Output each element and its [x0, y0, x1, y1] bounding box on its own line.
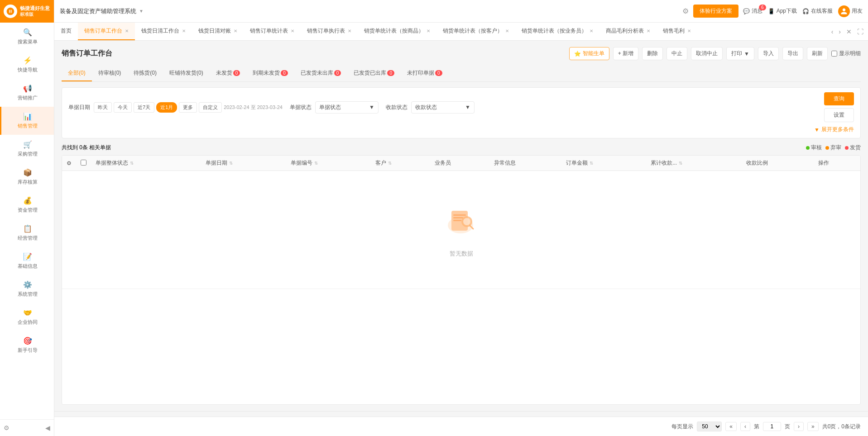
sidebar-item-1[interactable]: ⚡快捷导航 — [0, 51, 54, 79]
tab-maximize-btn[interactable]: ⛶ — [855, 27, 865, 36]
tab-close-8[interactable]: ✕ — [590, 28, 593, 33]
tab-close-9[interactable]: ✕ — [647, 28, 650, 33]
tab-label-5: 销售订单执行表 — [307, 27, 345, 35]
filter-tab-0[interactable]: 全部(0) — [62, 66, 92, 81]
result-action-0[interactable]: 审核 — [806, 144, 822, 152]
tab-8[interactable]: 销货单统计表（按业务员）✕ — [515, 23, 599, 40]
print-btn[interactable]: 打印 ▼ — [726, 47, 754, 60]
tab-close-all-btn[interactable]: ✕ — [844, 27, 854, 36]
first-page-btn[interactable]: « — [725, 422, 737, 431]
per-page-select[interactable]: 102050100 — [697, 422, 722, 431]
sidebar-item-3[interactable]: 📊销售管理 — [0, 107, 54, 135]
nav-label-3: 销售管理 — [18, 123, 38, 129]
tab-close-2[interactable]: ✕ — [182, 28, 186, 33]
sidebar-item-4[interactable]: 🛒采购管理 — [0, 135, 54, 163]
nav-icon-7: 📋 — [23, 224, 32, 233]
date-btn-更多[interactable]: 更多 — [179, 102, 197, 113]
filter-tab-2[interactable]: 待拣货(0) — [127, 66, 163, 81]
tab-close-4[interactable]: ✕ — [291, 28, 294, 33]
sidebar-item-7[interactable]: 📋经营管理 — [0, 219, 54, 247]
filter-tab-8[interactable]: 未打印单据0 — [401, 66, 449, 81]
tab-next-btn[interactable]: › — [837, 27, 843, 36]
message-btn[interactable]: 💬 消息 6 — [743, 7, 762, 15]
date-filter: 单据日期 昨天今天近7天近1月更多自定义2023-02-24 至 2023-03… — [68, 102, 283, 113]
delete-btn[interactable]: 删除 — [642, 47, 663, 60]
app-sub: 标准版 — [20, 11, 50, 18]
result-action-2[interactable]: 发货 — [845, 144, 861, 152]
stop-btn[interactable]: 中止 — [667, 47, 687, 60]
table-settings-col[interactable]: ⚙ — [62, 156, 76, 171]
app-logo: 畅捷通好生意 标准版 — [0, 0, 54, 23]
tab-6[interactable]: 销货单统计表（按商品）✕ — [358, 23, 436, 40]
export-btn[interactable]: 导出 — [782, 47, 803, 60]
filter-tab-5[interactable]: 到期未发货0 — [246, 66, 294, 81]
prev-page-btn[interactable]: ‹ — [740, 422, 750, 431]
expand-btn[interactable]: ▼ 展开更多条件 — [814, 126, 854, 133]
collapse-icon[interactable]: ◀ — [45, 424, 50, 431]
date-btn-自定义[interactable]: 自定义 — [199, 102, 222, 113]
tab-9[interactable]: 商品毛利分析表✕ — [599, 23, 657, 40]
sidebar-item-6[interactable]: 💰资金管理 — [0, 191, 54, 219]
filter-tab-7[interactable]: 已发货已出库0 — [347, 66, 401, 81]
sidebar-item-11[interactable]: 🎯新手引导 — [0, 331, 54, 359]
payment-select[interactable]: 收款状态 ▼ — [411, 101, 475, 114]
tab-close-6[interactable]: ✕ — [427, 28, 430, 33]
date-btn-近1月[interactable]: 近1月 — [156, 102, 177, 113]
filter-tab-3[interactable]: 旺铺待发货(0) — [163, 66, 210, 81]
show-detail-label[interactable]: 显示明细 — [831, 50, 861, 57]
sidebar-item-10[interactable]: 🤝企业协同 — [0, 303, 54, 331]
horizontal-scrollbar[interactable] — [54, 411, 868, 417]
tab-close-3[interactable]: ✕ — [234, 28, 237, 33]
tab-close-7[interactable]: ✕ — [505, 28, 509, 33]
result-action-1[interactable]: 弃审 — [825, 144, 841, 152]
tab-3[interactable]: 钱货日清对账✕ — [192, 23, 244, 40]
last-page-btn[interactable]: » — [807, 422, 819, 431]
next-page-btn[interactable]: › — [794, 422, 804, 431]
cancel-stop-btn[interactable]: 取消中止 — [691, 47, 723, 60]
sidebar-item-5[interactable]: 📦库存核算 — [0, 163, 54, 191]
tab-4[interactable]: 销售订单统计表✕ — [244, 23, 301, 40]
online-service-btn[interactable]: 🎧 在线客服 — [802, 7, 833, 15]
tab-10[interactable]: 销售毛利✕ — [657, 23, 697, 40]
refresh-btn[interactable]: 刷新 — [807, 47, 828, 60]
date-btn-今天[interactable]: 今天 — [114, 102, 132, 113]
tab-0[interactable]: 首页 — [54, 23, 78, 40]
show-detail-checkbox[interactable] — [831, 51, 837, 57]
tab-prev-btn[interactable]: ‹ — [830, 27, 835, 36]
smart-create-btn[interactable]: ⭐ 智能生单 — [569, 47, 609, 60]
status-select[interactable]: 单据状态 ▼ — [315, 101, 379, 114]
tab-close-5[interactable]: ✕ — [348, 28, 351, 33]
page-input[interactable]: 1 — [763, 422, 781, 431]
topbar-settings-icon[interactable]: ⚙ — [682, 7, 689, 15]
select-all-checkbox[interactable] — [81, 160, 86, 166]
date-btn-昨天[interactable]: 昨天 — [94, 102, 112, 113]
filter-tab-1[interactable]: 待审核(0) — [92, 66, 128, 81]
empty-state: 暂无数据 — [67, 175, 856, 285]
date-btn-近7天[interactable]: 近7天 — [134, 102, 154, 113]
tab-close-10[interactable]: ✕ — [687, 28, 691, 33]
user-btn[interactable]: 用友 — [838, 5, 863, 17]
tab-2[interactable]: 钱货日清工作台✕ — [135, 23, 192, 40]
query-btn[interactable]: 查询 — [824, 92, 854, 105]
nav-label-11: 新手引导 — [18, 347, 38, 354]
filter-tab-4[interactable]: 未发货0 — [210, 66, 247, 81]
system-dropdown[interactable]: ▼ — [139, 9, 144, 14]
tab-1[interactable]: 销售订单工作台✕ — [78, 23, 135, 40]
import-btn[interactable]: 导入 — [758, 47, 779, 60]
app-download-btn[interactable]: 📱 App下载 — [768, 7, 797, 15]
solution-btn[interactable]: 体验行业方案 — [693, 5, 739, 18]
sidebar-item-2[interactable]: 📢营销推广 — [0, 79, 54, 107]
settings-icon[interactable]: ⚙ — [4, 424, 10, 431]
sidebar-item-8[interactable]: 📝基础信息 — [0, 247, 54, 275]
tab-7[interactable]: 销货单统计表（按客户）✕ — [436, 23, 515, 40]
message-badge: 6 — [759, 5, 766, 10]
tab-5[interactable]: 销售订单执行表✕ — [301, 23, 358, 40]
status-label: 单据状态 — [290, 104, 312, 111]
filter-settings-btn[interactable]: 设置 — [824, 108, 854, 122]
sidebar-item-0[interactable]: 🔍搜索菜单 — [0, 23, 54, 51]
tab-close-1[interactable]: ✕ — [125, 28, 129, 33]
add-btn[interactable]: + 新增 — [613, 47, 638, 60]
sidebar-item-9[interactable]: ⚙️系统管理 — [0, 275, 54, 303]
filter-tab-6[interactable]: 已发货未出库0 — [294, 66, 348, 81]
tab-label-4: 销售订单统计表 — [250, 27, 288, 35]
